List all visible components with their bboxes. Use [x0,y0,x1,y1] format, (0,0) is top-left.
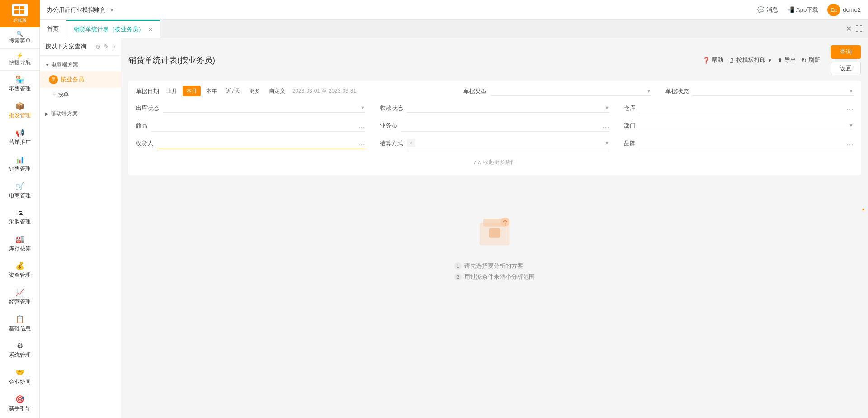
export-icon: ⬆ [778,57,783,64]
date-custom[interactable]: 自定义 [265,86,289,96]
brand-more-icon[interactable]: … [846,139,854,147]
sidebar-item-coop[interactable]: 🤝 企业协同 [0,364,39,390]
warehouse-more-icon[interactable]: … [846,104,854,112]
ecommerce-icon: 🛒 [15,182,24,190]
sidebar-item-label: 系统管理 [9,352,31,359]
basic-icon: 📋 [15,315,24,323]
edit-scheme-icon[interactable]: ✎ [104,43,109,50]
out-status-arrow: ▼ [360,105,365,110]
sales-icon: 📊 [15,155,24,164]
date-last-7days[interactable]: 近7天 [222,86,244,96]
warehouse-label: 仓库 [624,104,636,112]
filter-warehouse: 仓库 … [624,102,854,114]
page-title-bar: 销货单统计表(按业务员) ❓ 帮助 🖨 按模板打印 ▼ ⬆ 导出 [128,45,861,75]
doc-status-select[interactable]: ▼ [693,86,854,96]
scheme-item-label: 按业务员 [61,76,84,84]
dept-select[interactable]: ▼ [639,121,854,130]
sidebar-item-marketing[interactable]: 📢 营销推广 [0,124,39,151]
sidebar-item-inventory[interactable]: 🏭 库存核算 [0,230,39,257]
tab-expand-icon[interactable]: ⛶ [855,25,863,33]
tab-home[interactable]: 首页 [40,20,66,38]
doc-status-label: 单据状态 [665,87,689,95]
collapse-button[interactable]: ∧∧ 收起更多条件 [473,158,516,166]
sub-item-label: 按单 [58,91,69,99]
salesperson-input[interactable]: … [401,119,609,132]
sub-item-by-order[interactable]: ≡ 按单 [40,88,121,102]
sidebar-item-sales[interactable]: 📊 销售管理 [0,151,39,177]
sidebar-item-operation[interactable]: 📈 经营管理 [0,284,39,310]
print-icon: 🖨 [729,57,735,64]
sales-tab-label: 销货单统计表（按业务员） [74,25,144,33]
help-button[interactable]: ❓ 帮助 [703,56,723,64]
scheme-group-pc: ▼ 电脑端方案 员 按业务员 ≡ 按单 [40,56,121,104]
message-label: 消息 [766,6,778,14]
query-button[interactable]: 查询 [831,45,861,59]
sidebar-item-system[interactable]: ⚙ 系统管理 [0,337,39,364]
out-status-select[interactable]: ▼ [163,103,365,113]
consignee-more-icon[interactable]: … [358,139,365,147]
tab-sales-stat[interactable]: 销货单统计表（按业务员） × [66,20,160,38]
order-icon: ≡ [52,92,56,98]
empty-state-icon [472,208,517,253]
settlement-select[interactable]: × ▼ [407,137,609,149]
settlement-arrow: ▼ [604,140,609,146]
template-print-button[interactable]: 🖨 按模板打印 ▼ [729,56,772,64]
print-dropdown-icon: ▼ [768,58,772,63]
date-last-month[interactable]: 上月 [163,86,181,96]
brand-label: 品牌 [624,139,636,147]
add-scheme-icon[interactable]: ⊕ [95,43,101,50]
message-button[interactable]: 💬 消息 [757,6,778,14]
date-this-month[interactable]: 本月 [183,86,201,96]
export-button[interactable]: ⬆ 导出 [778,56,796,64]
salesperson-more-icon[interactable]: … [602,121,609,129]
mobile-scheme-title[interactable]: ▶ 移动端方案 [40,107,121,120]
sidebar-item-label: 基础信息 [9,325,31,332]
goods-more-icon[interactable]: … [358,121,365,129]
doc-type-select[interactable]: ▼ [491,86,651,96]
quick-nav-item[interactable]: ⚡ 快捷导航 [0,49,39,71]
tab-close-icon[interactable]: × [149,26,152,33]
tab-close-window-icon[interactable]: ✕ [846,24,852,33]
chevron-right-icon: ▶ [45,111,49,116]
user-profile-button[interactable]: Ea demo2 [827,4,861,16]
scheme-item-by-salesperson[interactable]: 员 按业务员 [40,71,121,88]
doc-type-arrow: ▼ [646,88,651,94]
search-menu-item[interactable]: 🔍 搜索菜单 [0,27,39,49]
filter-payment-status: 收款状态 ▼ [380,103,609,113]
settlement-label: 结算方式 [380,139,403,147]
dept-label: 部门 [624,122,636,130]
suite-dropdown-icon[interactable]: ▼ [109,7,114,13]
filter-row-3: 商品 … 业务员 … [136,119,854,132]
sidebar-item-ecommerce[interactable]: 🛒 电商管理 [0,177,39,204]
wholesale-icon: 📦 [15,102,24,110]
filter-row-4: 收货人 … 结算方式 × ▼ [136,137,854,149]
sidebar-item-label: 库存核算 [9,245,31,252]
settings-button[interactable]: 设置 [831,62,861,75]
collapse-panel-icon[interactable]: « [112,43,115,50]
date-this-year[interactable]: 本年 [203,86,221,96]
settlement-clear-icon[interactable]: × [410,140,413,146]
empty-tips: 1 请先选择要分析的方案 2 用过滤条件来缩小分析范围 [454,262,535,284]
brand-input[interactable]: … [639,137,854,149]
goods-input[interactable]: … [151,119,365,132]
left-panel-header: 按以下方案查询 ⊕ ✎ « [40,38,121,56]
warehouse-input[interactable]: … [639,102,854,114]
sidebar-item-retail[interactable]: 🏪 零售管理 [0,71,39,97]
sidebar-item-finance[interactable]: 💰 资金管理 [0,257,39,284]
header-left: 办公用品行业模拟账套 ▼ [47,6,114,14]
filter-row-1: 单据日期 上月 本月 本年 近7天 更多 自定义 2023-03-01 至 20… [136,86,854,96]
svg-rect-0 [14,6,19,10]
payment-status-select[interactable]: ▼ [407,103,609,113]
refresh-button[interactable]: ↻ 刷新 [802,56,820,64]
sidebar-item-purchase[interactable]: 🛍 采购管理 [0,204,39,230]
sidebar: 标账版 🔍 搜索菜单 ⚡ 快捷导航 🏪 零售管理 📦 批发管理 ▲ 📢 营销推广… [0,0,40,418]
app-download-button[interactable]: 📲 App下载 [787,6,818,14]
salesperson-label: 业务员 [380,122,397,130]
sidebar-item-guide[interactable]: 🎯 新手引导 [0,390,39,417]
tab-controls: ✕ ⛶ [846,24,868,33]
consignee-input[interactable]: … [157,137,365,149]
date-more[interactable]: 更多 [245,86,264,96]
sidebar-item-wholesale[interactable]: 📦 批发管理 ▲ [0,97,39,124]
sidebar-item-basic[interactable]: 📋 基础信息 [0,310,39,337]
right-panel: 销货单统计表(按业务员) ❓ 帮助 🖨 按模板打印 ▼ ⬆ 导出 [121,38,868,418]
